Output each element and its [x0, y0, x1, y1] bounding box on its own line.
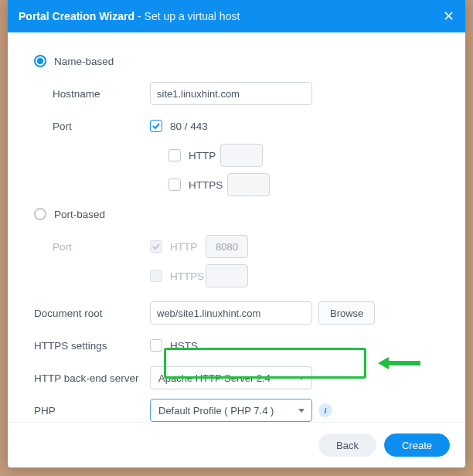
pb-http-checkbox — [150, 240, 162, 253]
port-based-port-row: Port HTTP — [34, 235, 439, 258]
php-row: PHP Default Profile ( PHP 7.4 ) i — [34, 399, 439, 422]
pb-https-port-input — [206, 264, 248, 287]
php-select[interactable]: Default Profile ( PHP 7.4 ) — [150, 399, 312, 422]
titlebar: Portal Creation Wizard - Set up a virtua… — [8, 0, 465, 32]
backend-row: HTTP back-end server Apache HTTP Server … — [34, 366, 439, 389]
hostname-input[interactable] — [150, 82, 312, 105]
http-port-input[interactable] — [220, 144, 263, 167]
footer: Back Create — [8, 422, 465, 468]
backend-select[interactable]: Apache HTTP Server 2.4 — [150, 366, 312, 389]
http-label: HTTP — [189, 150, 216, 162]
name-based-label: Name-based — [54, 56, 114, 67]
pb-http-port-input — [206, 235, 248, 258]
titlebar-subtitle: - Set up a virtual host — [138, 10, 240, 22]
pb-http-label: HTTP — [170, 241, 206, 253]
hsts-checkbox[interactable] — [150, 339, 162, 352]
browse-button[interactable]: Browse — [318, 301, 375, 325]
backend-value: Apache HTTP Server 2.4 — [158, 372, 271, 384]
https-checkbox[interactable] — [168, 178, 181, 191]
port-label: Port — [53, 121, 150, 132]
close-icon[interactable]: ✕ — [443, 8, 454, 25]
php-info-icon[interactable]: i — [318, 403, 332, 417]
hostname-label: Hostname — [53, 88, 150, 100]
document-root-label: Document root — [34, 308, 150, 319]
document-root-row: Document root Browse — [34, 301, 439, 325]
pb-https-checkbox — [150, 270, 162, 282]
port-based-port-label: Port — [53, 241, 150, 253]
titlebar-title: Portal Creation Wizard — [19, 10, 134, 22]
name-based-radio[interactable] — [34, 55, 46, 67]
document-root-input[interactable] — [150, 301, 312, 325]
php-value: Default Profile ( PHP 7.4 ) — [158, 405, 274, 416]
port-based-row[interactable]: Port-based — [34, 202, 439, 226]
port-row: Port 80 / 443 — [34, 114, 439, 138]
name-based-row[interactable]: Name-based — [34, 49, 439, 73]
back-button[interactable]: Back — [318, 434, 376, 457]
port-based-radio[interactable] — [34, 208, 46, 220]
port-80-443-label: 80 / 443 — [170, 121, 208, 132]
portal-creation-wizard-modal: Portal Creation Wizard - Set up a virtua… — [8, 0, 465, 468]
https-label: HTTPS — [189, 179, 223, 191]
https-settings-row: HTTPS settings HSTS — [34, 334, 439, 357]
pb-https-row: HTTPS — [34, 264, 439, 287]
port-80-443-checkbox[interactable] — [150, 120, 162, 132]
http-checkbox[interactable] — [168, 149, 181, 162]
https-settings-label: HTTPS settings — [34, 340, 150, 352]
modal-body: Name-based Hostname Port 80 / 443 HTTP — [8, 32, 465, 422]
hostname-row: Hostname — [34, 82, 439, 105]
port-based-label: Port-based — [54, 209, 105, 220]
create-button[interactable]: Create — [384, 434, 450, 457]
php-label: PHP — [34, 405, 150, 416]
hsts-label: HSTS — [170, 340, 198, 352]
name-based-port-options: HTTP HTTPS — [168, 144, 439, 196]
backend-label: HTTP back-end server — [34, 372, 150, 384]
https-port-input[interactable] — [227, 173, 270, 196]
pb-https-label: HTTPS — [170, 270, 206, 282]
